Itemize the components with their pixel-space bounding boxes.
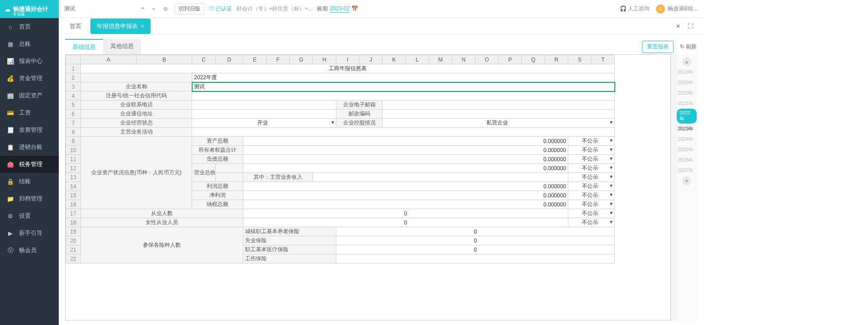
col-header[interactable]: I [336,55,359,64]
cell[interactable]: 0.000000 [243,182,568,191]
col-header[interactable]: G [289,55,312,64]
cell[interactable]: 注册号/统一社会信用代码 [80,91,192,100]
cell[interactable]: 从业人数 [80,209,243,218]
year-2026年[interactable]: 2026年 [677,155,697,165]
refresh-button[interactable]: ↻ 刷新 [680,43,697,51]
cell[interactable]: 企业电子邮箱 [336,100,382,110]
year-2021年[interactable]: 2021年 [677,98,697,109]
cell[interactable] [313,173,568,182]
cell[interactable]: 其中：主营业务收入 [243,173,313,182]
nav-item-tax[interactable]: 👛税务管理 [0,156,59,173]
row-header[interactable]: 2 [66,73,81,82]
cell[interactable]: 所有者权益合计 [192,146,243,155]
cell[interactable] [192,91,615,100]
user-menu[interactable]: 畅捷通B组... [656,5,698,14]
cell[interactable]: 企业名称 [80,82,192,91]
col-header[interactable]: E [243,55,266,64]
cell[interactable] [192,100,336,110]
nav-item-vip[interactable]: Ⓥ畅会员 [0,242,59,259]
col-header[interactable]: C [192,55,215,64]
cell[interactable]: 0.000000 [243,146,568,155]
nav-item-guide[interactable]: ▶新手引导 [0,225,59,242]
row-header[interactable]: 10 [66,146,81,155]
row-header[interactable]: 1 [66,64,81,73]
cell[interactable]: 0.000000 [243,191,568,200]
row-header[interactable]: 12 [66,164,81,173]
row-header[interactable]: 6 [66,110,81,119]
cell[interactable]: 0 [243,209,568,218]
cell[interactable]: 职工基本医疗保险 [243,245,336,254]
company-selector[interactable]: 测试 [64,3,146,14]
add-icon[interactable]: + [150,4,157,14]
year-2027年[interactable]: 2027年 [677,165,697,176]
nav-item-ledger[interactable]: ▦总账 [0,35,59,53]
nav-item-report[interactable]: 📊报表中心 [0,53,59,70]
row-header[interactable]: 16 [66,200,81,209]
cell[interactable]: 不公示▾ [568,155,615,164]
period-calendar-icon[interactable]: 📅 [351,5,358,12]
cell[interactable] [215,164,243,173]
cell[interactable]: 邮政编码 [336,110,382,119]
cell[interactable]: 2022年度 [192,73,615,82]
cell[interactable]: 不公示▾ [568,164,615,173]
nav-item-close[interactable]: 🔒结账 [0,173,59,190]
cell[interactable]: 主营业务活动 [80,128,192,137]
col-header[interactable]: N [452,55,475,64]
col-header[interactable]: M [429,55,452,64]
row-header[interactable]: 8 [66,128,81,137]
cell[interactable]: 0.000000 [243,164,568,173]
cell[interactable]: 工伤保险 [243,254,336,263]
cell[interactable]: 企业控股情况 [336,119,382,128]
support-link[interactable]: 🎧 人工咨询 [620,5,650,13]
cell[interactable]: 不公示▾ [568,173,615,182]
row-header[interactable]: 18 [66,218,81,227]
col-header[interactable]: B [137,55,192,64]
nav-item-settings[interactable]: ⚙设置 [0,207,59,225]
cell[interactable]: 不公示▾ [568,200,615,209]
cell[interactable]: 失业保险 [243,236,336,245]
row-header[interactable]: 3 [66,82,81,91]
cell[interactable]: 纳税总额 [192,200,243,209]
col-header[interactable]: T [591,55,615,64]
row-header[interactable]: 19 [66,227,81,236]
nav-item-fund[interactable]: 💰资金管理 [0,70,59,87]
cell[interactable]: 不公示▾ [568,191,615,200]
company-name-cell[interactable]: 测试 [192,82,615,91]
tab-annual-report[interactable]: 年报信息申报表× [90,19,151,34]
cell[interactable]: 不公示▾ [568,218,615,227]
cell[interactable] [80,73,192,82]
row-header[interactable]: 22 [66,254,81,263]
col-header[interactable]: D [215,55,243,64]
cell[interactable]: 0 [243,218,568,227]
row-header[interactable]: 20 [66,236,81,245]
cell[interactable]: 营业总收入 [192,164,215,182]
cell[interactable]: 资产总额 [192,137,243,146]
nav-item-salary[interactable]: 💳工资 [0,104,59,121]
cell[interactable]: 0.000000 [243,200,568,209]
row-header[interactable]: 4 [66,91,81,100]
col-header[interactable]: J [359,55,382,64]
row-header[interactable]: 13 [66,173,81,182]
reset-button[interactable]: 重置报表 [642,41,674,53]
year-2024年[interactable]: 2024年 [677,134,697,144]
switch-old-button[interactable]: 切到旧版 [175,3,204,14]
cell[interactable]: 0 [336,236,614,245]
cell[interactable] [192,128,615,137]
cell[interactable]: 不公示▾ [568,209,615,218]
year-2018年[interactable]: 2018年 [677,67,697,77]
year-down-icon[interactable]: ▼ [682,177,691,186]
row-header[interactable]: 17 [66,209,81,218]
col-header[interactable]: L [406,55,429,64]
col-header[interactable] [66,55,81,64]
tab-home[interactable]: 首页 [63,19,88,34]
cell[interactable]: 负债总额 [192,155,243,164]
row-header[interactable]: 21 [66,245,81,254]
col-header[interactable]: F [266,55,289,64]
cell[interactable]: 企业联系电话 [80,100,192,110]
col-header[interactable]: Q [522,55,545,64]
cell[interactable]: 女性从业人员 [80,218,243,227]
cell[interactable]: 工商年报信息表 [80,64,614,73]
cell[interactable]: 企业经营状态 [80,119,192,128]
year-2019年[interactable]: 2019年 [677,77,697,88]
col-header[interactable]: S [568,55,591,64]
